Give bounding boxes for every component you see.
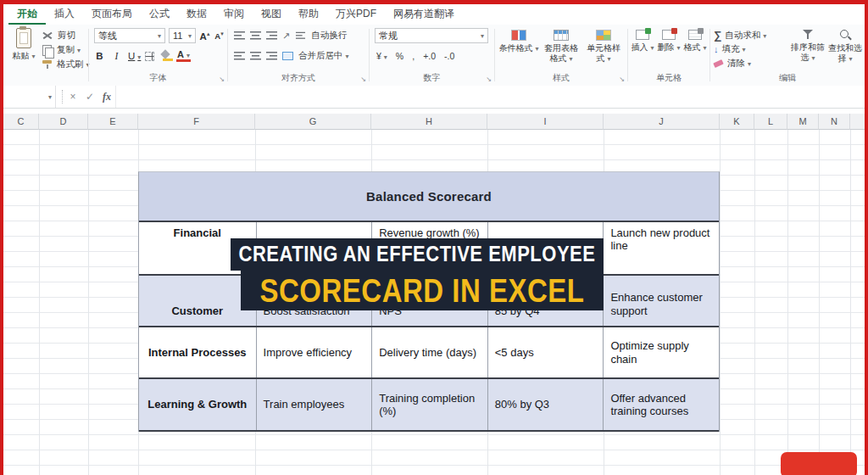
cell-objective[interactable]: Improve efficiency (256, 327, 372, 377)
cell-styles-button[interactable]: 单元格样式 (583, 30, 624, 63)
copy-button[interactable]: 复制 (42, 44, 81, 56)
tab-formulas[interactable]: 公式 (141, 4, 178, 25)
decrease-decimal-icon[interactable]: -.0 (444, 51, 454, 61)
cell-initiative[interactable]: Enhance customer support (603, 276, 719, 326)
column-header-d[interactable]: D (39, 114, 88, 130)
underline-button[interactable]: U (128, 51, 139, 61)
cell-perspective[interactable]: Internal Processes (139, 327, 256, 377)
column-header-c[interactable]: C (3, 114, 39, 130)
find-select-button[interactable]: 查找和选择 (827, 30, 863, 63)
sort-filter-icon (803, 30, 814, 40)
bold-button[interactable]: B (94, 51, 105, 61)
insert-function-icon[interactable]: fx (98, 91, 115, 103)
cell-target[interactable]: <5 days (487, 327, 604, 377)
table-title: Balanced Scorecard (366, 189, 492, 204)
column-header-f[interactable]: F (138, 114, 255, 130)
tab-page-layout[interactable]: 页面布局 (83, 4, 141, 25)
comma-style-icon[interactable]: , (412, 51, 415, 61)
autosum-button[interactable]: ∑ 自动求和 (714, 29, 766, 42)
align-middle-icon[interactable] (250, 31, 261, 40)
cut-button[interactable]: 剪切 (42, 30, 75, 42)
cell-measure[interactable]: Delivery time (days) (371, 327, 487, 377)
format-as-table-button[interactable]: 套用表格格式 (541, 30, 581, 63)
formula-input[interactable] (115, 86, 865, 108)
font-color-icon[interactable]: A (176, 50, 191, 62)
column-header-e[interactable]: E (88, 114, 138, 130)
tab-wanxing-pdf[interactable]: 万兴PDF (327, 4, 385, 25)
paste-button[interactable]: 粘贴 (8, 28, 39, 61)
format-painter-icon (42, 60, 52, 70)
column-header-i[interactable]: I (487, 114, 604, 130)
wrap-text-button[interactable]: 自动换行 (311, 30, 347, 42)
cell-perspective[interactable]: Learning & Growth (139, 379, 256, 430)
increase-font-icon[interactable]: A (199, 31, 210, 42)
gridline (720, 130, 721, 475)
align-bottom-icon[interactable] (266, 31, 277, 40)
align-right-icon[interactable] (266, 52, 277, 60)
fill-color-icon[interactable] (160, 51, 170, 61)
tab-data[interactable]: 数据 (178, 4, 215, 25)
tab-youdao-translate[interactable]: 网易有道翻译 (385, 4, 463, 25)
orientation-icon[interactable]: ↗ (282, 31, 290, 42)
merge-center-button[interactable]: 合并后居中 (298, 50, 349, 62)
format-painter-button[interactable]: 格式刷 (42, 59, 90, 70)
cell-objective[interactable]: Train employees (256, 379, 372, 430)
accounting-format-icon[interactable]: ¥ (376, 51, 387, 61)
excel-window: 开始 插入 页面布局 公式 数据 审阅 视图 帮助 万兴PDF 网易有道翻译 粘… (0, 0, 868, 475)
formula-bar-divider (56, 90, 63, 103)
increase-decimal-icon[interactable]: +.0 (423, 51, 436, 61)
percent-style-icon[interactable]: % (396, 51, 403, 61)
number-format-select[interactable]: 常规 (375, 28, 488, 43)
italic-button[interactable]: I (111, 51, 122, 61)
insert-cells-button[interactable]: 插入 (630, 30, 655, 53)
cell-initiative[interactable]: Optimize supply chain (603, 327, 719, 377)
column-header-g[interactable]: G (255, 114, 371, 130)
name-box[interactable] (3, 86, 56, 108)
tab-help[interactable]: 帮助 (290, 4, 327, 25)
alignment-dialog-launcher[interactable]: ↘ (360, 76, 366, 83)
column-header-k[interactable]: K (720, 114, 754, 130)
group-number: 常规 ¥ % , +.0 -.0 数字 ↘ (370, 25, 494, 86)
column-header-n[interactable]: N (819, 114, 850, 130)
ribbon-tabs: 开始 插入 页面布局 公式 数据 审阅 视图 帮助 万兴PDF 网易有道翻译 (3, 4, 865, 25)
column-header-j[interactable]: J (604, 114, 720, 130)
gridline (754, 130, 755, 475)
frame-top (0, 0, 868, 4)
format-cells-button[interactable]: 格式 (682, 30, 708, 53)
cell-perspective[interactable]: Customer (139, 276, 256, 326)
enter-icon[interactable]: ✓ (81, 91, 98, 103)
scissors-icon (42, 31, 53, 40)
font-size-select[interactable]: 11 (169, 28, 196, 43)
tab-home[interactable]: 开始 (8, 4, 46, 25)
delete-cells-button[interactable]: 删除 (656, 30, 682, 53)
clear-button[interactable]: 清除 (714, 58, 751, 70)
align-top-icon[interactable] (234, 31, 245, 40)
tab-view[interactable]: 视图 (253, 4, 290, 25)
number-group-label: 数字 (370, 72, 494, 84)
tab-review[interactable]: 审阅 (215, 4, 253, 25)
font-dialog-launcher[interactable]: ↘ (219, 76, 225, 83)
cancel-icon[interactable]: × (64, 91, 81, 103)
borders-icon[interactable] (145, 52, 154, 61)
align-center-icon[interactable] (250, 52, 261, 60)
cell-measure[interactable]: Training completion (%) (371, 379, 487, 430)
fill-button[interactable]: ↓ 填充 (714, 43, 746, 55)
conditional-formatting-button[interactable]: 条件格式 (498, 30, 539, 53)
font-group-label: 字体 (89, 72, 227, 84)
align-left-icon[interactable] (234, 52, 245, 60)
cell-initiative[interactable]: Launch new product line (603, 222, 719, 274)
column-header-m[interactable]: M (787, 114, 819, 130)
table-title-row[interactable]: Balanced Scorecard (139, 172, 719, 222)
styles-dialog-launcher[interactable]: ↘ (619, 76, 625, 83)
column-header-l[interactable]: L (754, 114, 787, 130)
sort-filter-button[interactable]: 排序和筛选 (790, 30, 826, 62)
cell-target[interactable]: 80% by Q3 (487, 379, 604, 430)
number-dialog-launcher[interactable]: ↘ (486, 76, 492, 83)
font-family-select[interactable]: 等线 (94, 28, 165, 43)
cells-group-label: 单元格 (628, 72, 709, 84)
cell-initiative[interactable]: Offer advanced training courses (603, 379, 719, 430)
decrease-font-icon[interactable]: A (214, 31, 225, 41)
column-header-h[interactable]: H (371, 114, 487, 130)
tab-insert[interactable]: 插入 (46, 4, 83, 25)
merge-center-icon (282, 52, 293, 60)
